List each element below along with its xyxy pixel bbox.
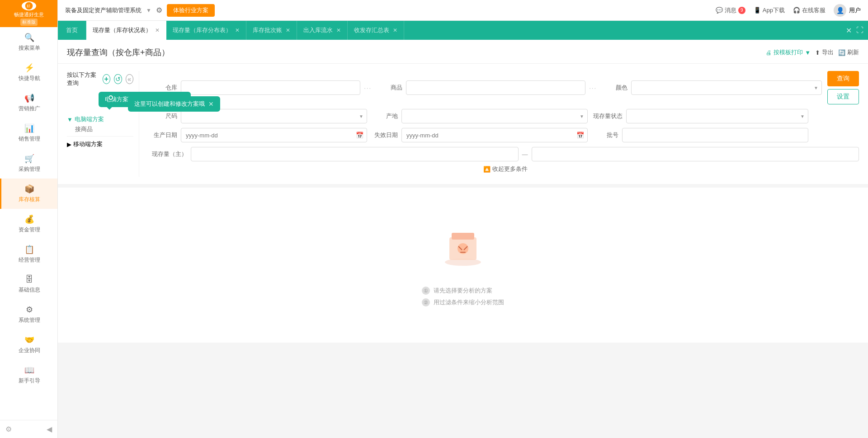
scheme-tooltip: 这里可以创建和修改方案哦 ✕ — [128, 96, 220, 112]
sidebar-item-marketing[interactable]: 📢 营销推广 — [0, 88, 57, 118]
status-select[interactable] — [626, 109, 808, 123]
collapse-more-label: 收起更多条件 — [492, 165, 528, 173]
tab-inventory-dist[interactable]: 现存量（库存分布表） ✕ — [166, 21, 246, 40]
batch-no-input[interactable] — [622, 128, 808, 142]
sidebar-item-label: 基础信息 — [19, 286, 40, 294]
export-icon: ⬆ — [815, 49, 820, 56]
sidebar-item-inventory[interactable]: 📦 库存核算 — [0, 179, 57, 209]
message-icon: 💬 — [716, 7, 723, 14]
sidebar-item-operations[interactable]: 📋 经营管理 — [0, 239, 57, 269]
connect-dot — [108, 95, 113, 100]
tab-in-out-flow-label: 出入库流水 — [303, 26, 333, 34]
produce-date-start-calendar-icon[interactable]: 📅 — [356, 132, 363, 139]
goods-input[interactable] — [406, 80, 585, 95]
settings-bottom-icon[interactable]: ⚙ — [5, 425, 12, 433]
sidebar-bottom: ⚙ ◀ — [0, 420, 57, 438]
collapse-arrow-icon: 🔼 — [483, 166, 491, 173]
empty-hint-1: ① 请先选择要分析的方案 — [422, 287, 504, 295]
close-all-tabs-btn[interactable]: ✕ — [846, 26, 852, 35]
query-btn[interactable]: 查询 — [827, 71, 859, 86]
tab-inventory-dist-close[interactable]: ✕ — [235, 27, 240, 33]
warehouse-more-icon[interactable]: ··· — [364, 85, 372, 91]
produce-date-start[interactable] — [181, 128, 367, 142]
expire-date-start[interactable] — [401, 128, 588, 142]
header-right: 💬 消息 9 📱 App下载 🎧 在线客服 👤 用户 — [716, 4, 861, 17]
trial-btn[interactable]: 体验行业方案 — [167, 4, 215, 17]
range-separator: — — [522, 151, 528, 158]
tab-in-out-flow[interactable]: 出入库流水 ✕ — [297, 21, 348, 40]
print-arrow-icon: ▼ — [805, 49, 811, 56]
scheme-item-arrow-mobile: ▶ — [67, 141, 71, 148]
filter-row-1: 仓库 ··· 商品 ··· 颜色 — [152, 71, 859, 104]
sidebar-item-system[interactable]: ⚙ 系统管理 — [0, 299, 57, 330]
filter-scheme-panel: 按以下方案查询 + ↺ « 电脑方案可设为移动方案哦 ✕ ▼ — [67, 71, 139, 177]
operations-icon: 📋 — [24, 245, 34, 254]
fullscreen-btn[interactable]: ⛶ — [856, 26, 863, 34]
tab-collect-summary-close[interactable]: ✕ — [393, 27, 397, 33]
filter-group-produce-date: 生产日期 📅 — [152, 128, 367, 142]
origin-select[interactable] — [401, 109, 588, 123]
origin-select-wrap — [401, 109, 588, 123]
page-actions: 🖨 按模板打印 ▼ ⬆ 导出 🔄 刷新 — [766, 48, 859, 62]
sidebar-item-sales[interactable]: 📊 销售管理 — [0, 118, 57, 148]
search-icon: 🔍 — [24, 33, 34, 42]
hint-num-2: ② — [422, 298, 430, 306]
warehouse-input[interactable] — [181, 80, 360, 95]
system-dropdown-arrow[interactable]: ▼ — [146, 7, 151, 14]
app-download-btn[interactable]: 📱 App下载 — [754, 6, 785, 14]
expire-date-start-calendar-icon[interactable]: 📅 — [576, 132, 584, 139]
stock-qty-label: 现存量（主） — [152, 150, 187, 158]
tab-home[interactable]: 首页 — [58, 21, 86, 40]
tab-collect-summary-label: 收发存汇总表 — [354, 26, 389, 34]
sidebar-item-base[interactable]: 🗄 基础信息 — [0, 269, 57, 299]
page-title: 现存量查询（按仓库+商品） — [67, 47, 170, 63]
set-btn[interactable]: 设置 — [827, 89, 859, 104]
sidebar-item-guide[interactable]: 📖 新手引导 — [0, 360, 57, 390]
filter-group-origin: 产地 — [373, 109, 588, 123]
scheme-sub-item-goods[interactable]: 接商品 — [67, 125, 133, 133]
refresh-btn[interactable]: 🔄 刷新 — [838, 48, 859, 57]
refresh-scheme-btn[interactable]: ↺ — [114, 74, 122, 84]
export-btn[interactable]: ⬆ 导出 — [815, 48, 834, 57]
add-scheme-btn[interactable]: + — [103, 74, 111, 84]
filter-row-4: 现存量（主） — — [152, 147, 859, 161]
header-gear-icon[interactable]: ⚙ — [156, 6, 162, 14]
collapse-more-btn[interactable]: 🔼 收起更多条件 — [152, 161, 859, 177]
scheme-item-mobile[interactable]: ▶ 移动端方案 — [67, 139, 133, 149]
goods-more-icon[interactable]: ··· — [589, 85, 597, 91]
tab-batch-ledger[interactable]: 库存批次账 ✕ — [246, 21, 297, 40]
sidebar-item-search[interactable]: 🔍 搜索菜单 — [0, 27, 57, 57]
message-btn[interactable]: 💬 消息 9 — [716, 6, 745, 14]
scheme-item-pc[interactable]: ▼ 电脑端方案 — [67, 114, 133, 124]
sidebar-item-purchase[interactable]: 🛒 采购管理 — [0, 148, 57, 179]
sidebar-logo-text: 畅捷通好生意 — [14, 11, 44, 18]
print-btn[interactable]: 🖨 按模板打印 ▼ — [766, 48, 811, 57]
status-select-wrap — [626, 109, 808, 123]
sidebar-item-quick[interactable]: ⚡ 快捷导航 — [0, 57, 57, 88]
stock-qty-max[interactable] — [532, 147, 859, 161]
filter-group-batch-no: 批号 — [593, 128, 808, 142]
status-label: 现存量状态 — [593, 112, 623, 120]
base-icon: 🗄 — [25, 275, 33, 284]
tab-batch-ledger-close[interactable]: ✕ — [286, 27, 290, 33]
color-select[interactable] — [631, 80, 822, 95]
sidebar-item-label: 库存核算 — [19, 196, 40, 203]
stock-qty-min[interactable] — [191, 147, 519, 161]
tab-in-out-flow-close[interactable]: ✕ — [336, 27, 341, 33]
back-scheme-btn[interactable]: « — [126, 74, 134, 84]
refresh-icon: 🔄 — [838, 49, 845, 56]
filter-group-expire-date: 失效日期 📅 — [373, 128, 588, 142]
tab-inventory-status[interactable]: 现存量（库存状况表） ✕ — [86, 21, 166, 40]
online-service-btn[interactable]: 🎧 在线客服 — [793, 6, 826, 14]
sidebar-item-finance[interactable]: 💰 资金管理 — [0, 209, 57, 239]
tab-inventory-status-close[interactable]: ✕ — [155, 27, 160, 33]
guide-icon: 📖 — [24, 365, 34, 375]
scheme-item-label-mobile: 移动端方案 — [73, 140, 103, 148]
tab-collect-summary[interactable]: 收发存汇总表 ✕ — [348, 21, 404, 40]
collapse-sidebar-btn[interactable]: ◀ — [47, 425, 52, 433]
sidebar-item-enterprise[interactable]: 🤝 企业协同 — [0, 330, 57, 360]
user-profile-btn[interactable]: 👤 用户 — [834, 4, 861, 17]
sidebar-item-label: 搜索菜单 — [19, 44, 40, 52]
tabs-bar: 首页 现存量（库存状况表） ✕ 现存量（库存分布表） ✕ 库存批次账 ✕ 出入库… — [58, 21, 868, 40]
scheme-tooltip-close[interactable]: ✕ — [208, 100, 214, 108]
